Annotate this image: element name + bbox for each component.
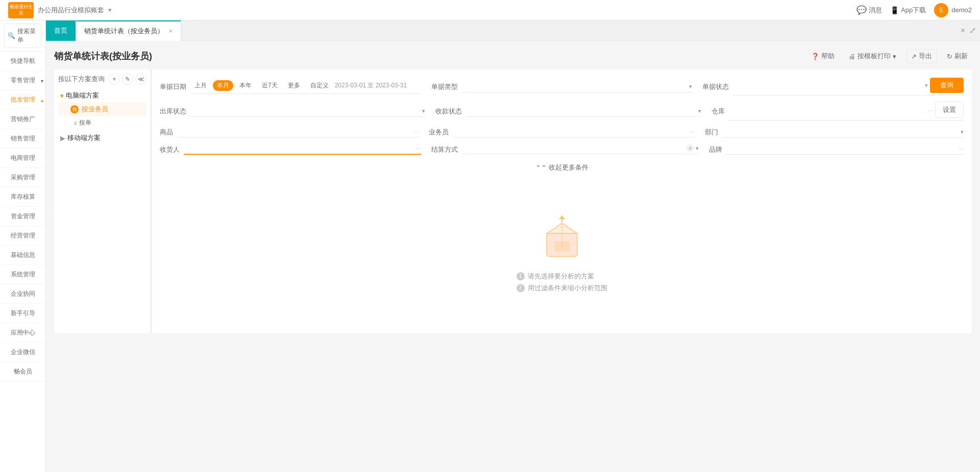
payment-right: × ▾ (687, 145, 699, 152)
brand-label: 品牌 (703, 145, 722, 154)
sidebar-item-quick-nav[interactable]: 快捷导航 (0, 52, 45, 71)
search-menu-area: 🔍 搜索菜单 (0, 20, 45, 52)
search-menu-button[interactable]: 🔍 搜索菜单 (4, 23, 41, 48)
print-button[interactable]: 🖨 按模板打印 ▾ (845, 50, 900, 63)
tab-home[interactable]: 首页 (46, 20, 76, 41)
scheme-group-desktop: ▾ 电脑端方案 按 按业务员 ≡ 按单 (58, 89, 146, 129)
sidebar-item-marketing[interactable]: 营销推广 (0, 110, 45, 129)
collapse-button[interactable]: ⌃⌃ 收起更多条件 (531, 159, 593, 176)
consignee-more-icon[interactable]: ··· (415, 144, 421, 152)
sidebar-item-basic-info[interactable]: 基础信息 (0, 246, 45, 265)
main-filter-area: 单据日期 上月 本月 本年 近7天 更多 自定义 2023-03-01 至 20… (152, 69, 972, 333)
sidebar-item-wholesale[interactable]: 批发管理 ▴ (0, 90, 45, 110)
help-icon: ❓ (811, 53, 819, 60)
scheme-item-by-salesperson[interactable]: 按 按业务员 (58, 102, 146, 116)
salesperson-more-icon[interactable]: ··· (689, 127, 695, 135)
sidebar-item-sales-mgmt[interactable]: 销售管理 (0, 129, 45, 149)
empty-hints: 1 请先选择要分析的方案 2 用过滤条件来缩小分析范围 (517, 270, 607, 294)
top-title: 办公用品行业模拟账套 (38, 6, 104, 15)
date-range-display: 2023-03-01 至 2023-03-31 (335, 81, 407, 90)
date-tab-last-month[interactable]: 上月 (190, 80, 211, 91)
app-logo: 畅捷通好生意 (8, 2, 34, 18)
tab-close-all-icon[interactable]: × (961, 26, 965, 35)
export-button[interactable]: ↗ 导出 (906, 49, 937, 63)
sidebar-item-finance[interactable]: 资金管理 (0, 207, 45, 226)
consignee-label: 收货人 (160, 145, 180, 154)
scheme-panel: 按以下方案查询 + ✎ ≪ (54, 69, 151, 333)
message-button[interactable]: 💬 消息 (856, 5, 882, 15)
search-icon: 🔍 (8, 32, 15, 39)
out-status-select[interactable]: ▾ (190, 106, 425, 117)
sidebar-item-inventory[interactable]: 库存核算 (0, 187, 45, 207)
query-button[interactable]: 查询 (930, 78, 964, 93)
sidebar-item-retail[interactable]: 零售管理 ▾ (0, 71, 45, 90)
receipt-status-label: 收款状态 (429, 107, 462, 116)
scheme-group-mobile-header[interactable]: ▶ 移动端方案 (58, 131, 146, 145)
tab-maximize-icon[interactable]: ⤢ (969, 26, 976, 35)
scheme-group-desktop-header[interactable]: ▾ 电脑端方案 (58, 89, 146, 102)
department-select[interactable]: ▾ (722, 127, 964, 138)
phone-icon: 📱 (890, 6, 899, 14)
print-dropdown-icon: ▾ (893, 53, 896, 60)
list-icon: ≡ (74, 120, 77, 127)
sidebar-item-member[interactable]: 畅会员 (0, 362, 45, 382)
settings-button[interactable]: 设置 (935, 102, 964, 118)
warehouse-right: ··· 设置 (927, 102, 964, 118)
payment-clear-icon[interactable]: × (687, 145, 694, 152)
scheme-item-by-order[interactable]: ≡ 按单 (58, 116, 146, 129)
sidebar-item-enterprise-wechat[interactable]: 企业微信 (0, 343, 45, 362)
brand-more-icon[interactable]: ··· (958, 145, 964, 152)
chevron-down-icon: ▾ (60, 92, 64, 100)
sidebar-item-ecommerce[interactable]: 电商管理 (0, 149, 45, 168)
doc-type-dropdown-icon: ▾ (689, 83, 692, 90)
empty-state: 1 请先选择要分析的方案 2 用过滤条件来缩小分析范围 (160, 182, 964, 325)
brand-field: ··· (726, 145, 964, 155)
date-tab-this-year[interactable]: 本年 (235, 80, 256, 91)
top-bar-left: 畅捷通好生意 办公用品行业模拟账套 ▾ (8, 2, 112, 18)
salesperson-label: 业务员 (423, 128, 449, 137)
user-menu[interactable]: E demo2 (934, 3, 972, 17)
goods-more-icon[interactable]: ··· (413, 127, 419, 135)
date-tab-7days[interactable]: 近7天 (258, 80, 282, 91)
sidebar-item-enterprise[interactable]: 企业协同 (0, 285, 45, 304)
warehouse-label: 仓库 (705, 107, 725, 116)
hint-num-1: 1 (517, 272, 525, 280)
doc-status-dropdown-icon[interactable]: ▾ (925, 82, 928, 89)
warehouse-field: ··· 设置 (729, 102, 964, 121)
tab-close-icon[interactable]: × (169, 28, 173, 35)
doc-type-select[interactable]: ▾ (462, 81, 693, 92)
chevron-up-icon: ▴ (41, 97, 43, 103)
avatar: E (934, 3, 948, 17)
receipt-status-select[interactable]: ▾ (466, 106, 701, 117)
payment-dropdown-icon[interactable]: ▾ (696, 145, 699, 152)
sidebar-item-system[interactable]: 系统管理 (0, 265, 45, 285)
warehouse-more-icon[interactable]: ··· (927, 106, 933, 114)
tab-current[interactable]: 销货单统计表（按业务员） × (76, 20, 181, 41)
payment-label: 结算方式 (425, 145, 458, 154)
sidebar: 🔍 搜索菜单 快捷导航 零售管理 ▾ 批发管理 ▴ 营销推广 销售管理 (0, 20, 46, 472)
sidebar-item-purchase[interactable]: 采购管理 (0, 168, 45, 187)
refresh-button[interactable]: ↻ 刷新 (943, 50, 972, 63)
scheme-add-button[interactable]: + (109, 74, 120, 85)
scheme-collapse-button[interactable]: ≪ (135, 74, 146, 85)
salesperson-field: ··· (453, 127, 694, 137)
app-download-button[interactable]: 📱 App下载 (890, 6, 926, 15)
sidebar-item-app-center[interactable]: 应用中心 (0, 323, 45, 343)
date-tab-more[interactable]: 更多 (284, 80, 304, 91)
chevron-up-icon: ⌃⌃ (535, 164, 547, 172)
payment-field: × ▾ (462, 145, 699, 154)
scheme-edit-button[interactable]: ✎ (122, 74, 133, 85)
sidebar-item-newbie[interactable]: 新手引导 (0, 304, 45, 323)
scheme-title: 按以下方案查询 (58, 75, 105, 84)
scheme-item-icon: 按 (70, 105, 79, 113)
date-tab-this-month[interactable]: 本月 (213, 80, 233, 91)
top-title-dropdown[interactable]: ▾ (108, 6, 112, 14)
help-button[interactable]: ❓ 帮助 (807, 50, 839, 63)
page-actions: ❓ 帮助 🖨 按模板打印 ▾ ↗ 导出 ↻ (807, 49, 972, 63)
filter-row-1: 单据日期 上月 本月 本年 近7天 更多 自定义 2023-03-01 至 20… (160, 78, 964, 96)
sidebar-item-operation[interactable]: 经营管理 (0, 226, 45, 246)
doc-type-label: 单据类型 (425, 82, 458, 91)
hint-item-1: 1 请先选择要分析的方案 (517, 270, 607, 282)
date-tab-custom[interactable]: 自定义 (306, 80, 333, 91)
doc-status-right: ▾ 查询 (733, 78, 964, 96)
